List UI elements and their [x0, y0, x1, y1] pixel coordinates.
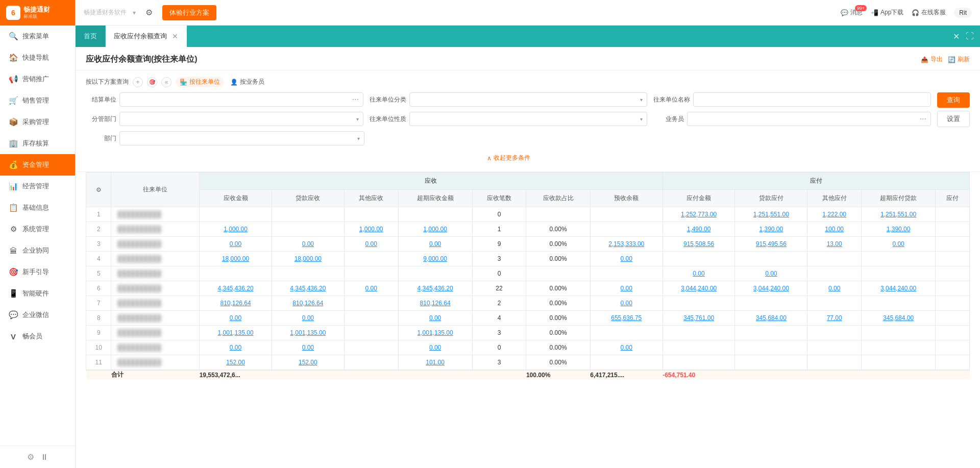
breadcrumb-dropdown-icon[interactable]: ▾ [133, 9, 136, 16]
ys_amount-cell[interactable]: 4,345,436.20 [200, 281, 272, 296]
tab-home[interactable]: 首页 [76, 26, 106, 47]
ys_ratio-cell[interactable]: 0.00% [526, 340, 590, 355]
jiesuan-input[interactable]: ··· [119, 92, 363, 107]
sidebar-item-inventory[interactable]: 🏢 库存核算 [0, 133, 75, 154]
yf_amount-cell[interactable]: 345,761.00 [663, 311, 735, 326]
settings-col-header[interactable]: ⚙ [86, 173, 111, 207]
ys_overdue-cell[interactable]: 1,001,135.00 [398, 326, 472, 340]
user-avatar[interactable]: Rit [954, 8, 972, 18]
ys_ratio-cell[interactable]: 0.00% [526, 326, 590, 340]
ys_amount-cell[interactable]: 810,126.64 [200, 296, 272, 311]
yf_amount-cell[interactable]: 0.00 [663, 266, 735, 281]
ys_count-cell[interactable]: 9 [472, 237, 526, 252]
ys_overdue-cell[interactable]: 101.00 [398, 355, 472, 371]
sidebar-item-corp[interactable]: 🏛 企业协同 [0, 240, 75, 261]
ys_daikuan-cell[interactable]: 4,345,436.20 [272, 281, 344, 296]
ys_amount-cell[interactable]: 0.00 [200, 311, 272, 326]
ys_other-cell[interactable]: 0.00 [344, 281, 398, 296]
ys_daikuan-cell[interactable]: 0.00 [272, 311, 344, 326]
sidebar-item-finance[interactable]: 💰 资金管理 [0, 154, 75, 176]
yf_overdue-cell[interactable]: 1,390.00 [862, 222, 936, 237]
filter-target-button[interactable]: 🎯 [147, 77, 157, 87]
ys_prepay-cell[interactable]: 0.00 [590, 296, 663, 311]
ys_overdue-cell[interactable]: 4,345,436.20 [398, 281, 472, 296]
ys_ratio-cell[interactable]: 0.00% [526, 296, 590, 311]
ys_prepay-cell[interactable]: 0.00 [590, 281, 663, 296]
filter-collapse-button[interactable]: « [161, 77, 172, 87]
scheme-by-partner[interactable]: 🏪 按往来单位 [176, 77, 224, 87]
ys_other-cell[interactable]: 1,000.00 [344, 222, 398, 237]
yf_amount-cell[interactable]: 915,508.56 [663, 237, 735, 252]
ys_daikuan-cell[interactable]: 0.00 [272, 237, 344, 252]
ys_prepay-cell[interactable]: 0.00 [590, 252, 663, 266]
ys_overdue-cell[interactable]: 810,126.64 [398, 296, 472, 311]
sidebar-item-member[interactable]: V 畅会员 [0, 326, 75, 347]
sidebar-item-wechat[interactable]: 💬 企业微信 [0, 304, 75, 326]
ys_overdue-cell[interactable]: 9,000.00 [398, 252, 472, 266]
yf_daikuan-cell[interactable]: 0.00 [735, 266, 807, 281]
ys_daikuan-cell[interactable]: 18,000.00 [272, 252, 344, 266]
settings-button[interactable]: 设置 [937, 111, 970, 127]
ys_count-cell[interactable]: 4 [472, 311, 526, 326]
ys_other-cell[interactable]: 0.00 [344, 237, 398, 252]
yf_overdue-cell[interactable]: 0.00 [862, 237, 936, 252]
ys_count-cell[interactable]: 0 [472, 266, 526, 281]
sidebar-item-sales[interactable]: 🛒 销售管理 [0, 90, 75, 111]
sidebar-item-quicknav[interactable]: 🏠 快捷导航 [0, 47, 75, 68]
tab-fullscreen-icon[interactable]: ⛶ [966, 32, 974, 41]
yf_daikuan-cell[interactable]: 3,044,240.00 [735, 281, 807, 296]
sidebar-item-operations[interactable]: 📊 经营管理 [0, 176, 75, 197]
fenlei-select[interactable]: ▾ [409, 92, 647, 107]
yf_amount-cell[interactable]: 1,490.00 [663, 222, 735, 237]
yf_overdue-cell[interactable]: 1,251,551.00 [862, 207, 936, 222]
filter-add-button[interactable]: + [133, 77, 143, 87]
yf_overdue-cell[interactable]: 345,684.00 [862, 311, 936, 326]
trial-button[interactable]: 体验行业方案 [162, 5, 216, 20]
ys_ratio-cell[interactable]: 0.00% [526, 281, 590, 296]
gear-button[interactable]: ⚙ [142, 6, 156, 20]
ys_amount-cell[interactable]: 0.00 [200, 340, 272, 355]
refresh-button[interactable]: 🔄 刷新 [948, 55, 970, 64]
ys_ratio-cell[interactable]: 0.00% [526, 237, 590, 252]
ys_count-cell[interactable]: 2 [472, 296, 526, 311]
yewuyuan-input[interactable]: ··· [687, 112, 931, 126]
yf_amount-cell[interactable]: 1,252,773.00 [663, 207, 735, 222]
yf_daikuan-cell[interactable]: 915,495.56 [735, 237, 807, 252]
ys_count-cell[interactable]: 3 [472, 326, 526, 340]
yf_daikuan-cell[interactable]: 1,390.00 [735, 222, 807, 237]
ys_count-cell[interactable]: 0 [472, 207, 526, 222]
ys_overdue-cell[interactable]: 0.00 [398, 237, 472, 252]
ys_ratio-cell[interactable]: 0.00% [526, 222, 590, 237]
sidebar-item-purchase[interactable]: 📦 采购管理 [0, 111, 75, 133]
ys_ratio-cell[interactable]: 0.00% [526, 355, 590, 371]
ys_amount-cell[interactable]: 1,001,135.00 [200, 326, 272, 340]
filter-collapse-more[interactable]: ∧ 收起更多条件 [86, 151, 931, 165]
ys_count-cell[interactable]: 22 [472, 281, 526, 296]
ys_daikuan-cell[interactable]: 1,001,135.00 [272, 326, 344, 340]
yf_other-cell[interactable]: 100.00 [807, 222, 862, 237]
export-button[interactable]: 📤 导出 [921, 55, 943, 64]
ys_prepay-cell[interactable]: 0.00 [590, 340, 663, 355]
tab-close-window-icon[interactable]: ✕ [953, 32, 960, 41]
ys_amount-cell[interactable]: 1,000.00 [200, 222, 272, 237]
yf_daikuan-cell[interactable]: 345,684.00 [735, 311, 807, 326]
ys_count-cell[interactable]: 3 [472, 252, 526, 266]
scheme-by-salesperson[interactable]: 👤 按业务员 [226, 77, 268, 87]
sidebar-item-newbie[interactable]: 🎯 新手引导 [0, 261, 75, 283]
ys_daikuan-cell[interactable]: 0.00 [272, 340, 344, 355]
ys_overdue-cell[interactable]: 0.00 [398, 340, 472, 355]
yf_other-cell[interactable]: 13.00 [807, 237, 862, 252]
sidebar-item-hardware[interactable]: 📱 智能硬件 [0, 283, 75, 304]
message-button[interactable]: 💬 消息 99+ [841, 8, 863, 17]
collapse-sidebar-icon[interactable]: ⏸ [40, 453, 48, 462]
yf_other-cell[interactable]: 77.00 [807, 311, 862, 326]
query-button[interactable]: 查询 [937, 92, 970, 108]
sidebar-item-system[interactable]: ⚙ 系统管理 [0, 218, 75, 240]
ys_count-cell[interactable]: 0 [472, 340, 526, 355]
ys_count-cell[interactable]: 1 [472, 222, 526, 237]
ys_ratio-cell[interactable]: 0.00% [526, 311, 590, 326]
ys_ratio-cell[interactable]: 0.00% [526, 252, 590, 266]
ys_amount-cell[interactable]: 152.00 [200, 355, 272, 371]
sidebar-item-search[interactable]: 🔍 搜索菜单 [0, 26, 75, 47]
fenguan-select[interactable]: ▾ [119, 112, 363, 126]
